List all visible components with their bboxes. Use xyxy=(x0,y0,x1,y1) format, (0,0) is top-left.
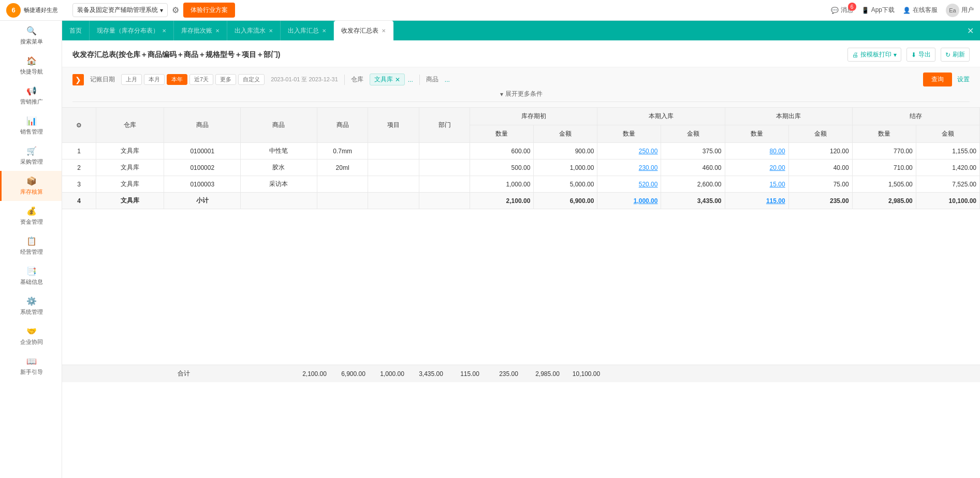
row2-project xyxy=(368,160,419,176)
column-settings-icon[interactable]: ⚙ xyxy=(76,122,82,129)
tab-batch-label: 库存批次账 xyxy=(181,26,212,35)
content-area: 首页 现存量（库存分布表） ✕ 库存批次账 ✕ 出入库流水 ✕ 出入库汇总 ✕ … xyxy=(62,21,980,478)
tab-batch[interactable]: 库存批次账 ✕ xyxy=(174,21,227,40)
system-selector[interactable]: 装备及固定资产辅助管理系统 ▾ xyxy=(72,3,168,17)
purchase-icon: 🛒 xyxy=(26,146,37,156)
goods-label: 商品 xyxy=(426,75,438,84)
online-service-item[interactable]: 👤 在线客服 xyxy=(903,6,938,15)
sidebar-item-marketing[interactable]: 📢 营销推广 xyxy=(0,81,62,111)
sidebar-label-guide: 新手引导 xyxy=(20,368,43,376)
settings-link[interactable]: 设置 xyxy=(957,75,970,84)
date-btn-more[interactable]: 更多 xyxy=(215,74,236,85)
sidebar-item-guide[interactable]: 📖 新手引导 xyxy=(0,351,62,381)
top-bar-right: 💬 消息 6 📱 App下载 👤 在线客服 Ea 用户 xyxy=(831,4,974,17)
tab-stock-dist-close[interactable]: ✕ xyxy=(162,28,166,34)
tab-home[interactable]: 首页 xyxy=(62,21,90,40)
tab-inout-flow[interactable]: 出入库流水 ✕ xyxy=(227,21,281,40)
user-item[interactable]: Ea 用户 xyxy=(946,4,974,17)
filter-separator-1 xyxy=(344,75,345,85)
row2-in-qty[interactable]: 230.00 xyxy=(597,160,661,176)
th-warehouse: 仓库 xyxy=(96,108,164,143)
settings-gear-icon[interactable]: ⚙ xyxy=(172,5,179,15)
sidebar-label-inventory: 库存核算 xyxy=(20,188,43,196)
total-in-amt: 3,435.00 xyxy=(412,370,450,378)
tab-inout-summary-close[interactable]: ✕ xyxy=(322,28,326,34)
sidebar-item-basic-info[interactable]: 📑 基础信息 xyxy=(0,261,62,291)
sidebar-item-sales[interactable]: 📊 销售管理 xyxy=(0,111,62,141)
row2-spec: 20ml xyxy=(317,160,368,176)
search-icon: 🔍 xyxy=(26,26,37,36)
finance-icon: 💰 xyxy=(26,206,37,216)
row1-out-qty[interactable]: 80.00 xyxy=(725,143,788,160)
date-btn-custom[interactable]: 自定义 xyxy=(238,74,265,85)
expand-arrow-icon: ▾ xyxy=(500,91,503,98)
tab-inout-flow-close[interactable]: ✕ xyxy=(269,28,273,34)
print-button[interactable]: 🖨 按模板打印 ▾ xyxy=(847,48,901,62)
marketing-icon: 📢 xyxy=(26,86,37,96)
row3-out-qty[interactable]: 15.00 xyxy=(725,176,788,193)
tab-receive-send-label: 收发存汇总表 xyxy=(341,26,378,35)
tab-batch-close[interactable]: ✕ xyxy=(215,28,220,34)
sidebar: 🔍 搜索菜单 🏠 快捷导航 📢 营销推广 📊 销售管理 🛒 采购管理 📦 库存核… xyxy=(0,21,62,478)
row2-bal-amt: 1,420.00 xyxy=(916,160,979,176)
sidebar-item-corp-collab[interactable]: 🤝 企业协同 xyxy=(0,321,62,351)
message-item[interactable]: 💬 消息 6 xyxy=(831,6,853,15)
subtotal-row: 4 文具库 小计 2,100.00 6,900.00 1,000.00 3,43… xyxy=(62,193,980,209)
sidebar-item-search[interactable]: 🔍 搜索菜单 xyxy=(0,21,62,51)
row2-dept xyxy=(419,160,470,176)
experience-button[interactable]: 体验行业方案 xyxy=(183,3,235,18)
sidebar-label-operations: 经营管理 xyxy=(20,248,43,256)
refresh-button[interactable]: ↻ 刷新 xyxy=(941,48,970,62)
subtotal-in-qty[interactable]: 1,000.00 xyxy=(597,193,661,209)
goods-more[interactable]: ... xyxy=(445,76,450,83)
corp-icon: 🤝 xyxy=(26,326,37,336)
date-btn-7days[interactable]: 近7天 xyxy=(189,74,213,85)
refresh-icon: ↻ xyxy=(945,51,950,59)
filter-expand-icon[interactable]: ❯ xyxy=(72,74,84,85)
row3-in-qty[interactable]: 520.00 xyxy=(597,176,661,193)
row3-code: 0100003 xyxy=(164,176,241,193)
top-bar: 6 畅捷通好生意 装备及固定资产辅助管理系统 ▾ ⚙ 体验行业方案 💬 消息 6… xyxy=(0,0,980,21)
operations-icon: 📋 xyxy=(26,236,37,246)
tab-receive-send-summary[interactable]: 收发存汇总表 ✕ xyxy=(334,21,393,40)
app-download-item[interactable]: 📱 App下载 xyxy=(861,6,895,15)
row1-bal-qty: 770.00 xyxy=(852,143,916,160)
page-content: 收发存汇总表(按仓库＋商品编码＋商品＋规格型号＋项目＋部门) 🖨 按模板打印 ▾… xyxy=(62,40,980,478)
expand-label: 展开更多条件 xyxy=(505,90,543,98)
export-button[interactable]: ⬇ 导出 xyxy=(906,48,935,62)
expand-conditions-button[interactable]: ▾ 展开更多条件 xyxy=(500,90,543,98)
total-bal-qty: 2,985.00 xyxy=(528,370,567,378)
query-button[interactable]: 查询 xyxy=(923,73,952,86)
row1-in-qty[interactable]: 250.00 xyxy=(597,143,661,160)
date-btn-this-year[interactable]: 本年 xyxy=(167,74,187,85)
message-badge: 6 xyxy=(848,3,856,11)
table-footer: 合计 2,100.00 6,900.00 1,000.00 3,435.00 1… xyxy=(62,365,980,382)
sidebar-item-system[interactable]: ⚙️ 系统管理 xyxy=(0,291,62,321)
subtotal-out-qty[interactable]: 115.00 xyxy=(725,193,788,209)
warehouse-tag-close[interactable]: ✕ xyxy=(395,76,400,83)
tab-bar-close-button[interactable]: ✕ xyxy=(961,21,980,40)
row1-open-qty: 600.00 xyxy=(470,143,534,160)
tab-inout-summary[interactable]: 出入库汇总 ✕ xyxy=(281,21,334,40)
sidebar-item-purchase[interactable]: 🛒 采购管理 xyxy=(0,141,62,171)
warehouse-more[interactable]: ... xyxy=(408,76,413,83)
sidebar-label-basic-info: 基础信息 xyxy=(20,278,43,286)
tab-receive-send-close[interactable]: ✕ xyxy=(382,28,386,34)
tab-home-label: 首页 xyxy=(69,26,82,35)
date-btn-this-month[interactable]: 本月 xyxy=(144,74,165,85)
sidebar-item-quick-nav[interactable]: 🏠 快捷导航 xyxy=(0,51,62,81)
th-in-group: 本期入库 xyxy=(597,108,725,125)
sidebar-item-inventory[interactable]: 📦 库存核算 xyxy=(0,171,62,201)
date-btn-last-month[interactable]: 上月 xyxy=(121,74,142,85)
tab-stock-dist[interactable]: 现存量（库存分布表） ✕ xyxy=(90,21,174,40)
basic-info-icon: 📑 xyxy=(26,266,37,276)
subtotal-label: 小计 xyxy=(164,193,241,209)
sidebar-item-operations[interactable]: 📋 经营管理 xyxy=(0,231,62,261)
row2-out-qty[interactable]: 20.00 xyxy=(725,160,788,176)
print-label: 按模板打印 xyxy=(860,50,891,59)
th-project: 项目 xyxy=(368,108,419,143)
warehouse-tag[interactable]: 文具库 ✕ xyxy=(370,74,405,85)
row2-in-amt: 460.00 xyxy=(661,160,725,176)
sidebar-item-finance[interactable]: 💰 资金管理 xyxy=(0,201,62,231)
system-title: 装备及固定资产辅助管理系统 xyxy=(77,6,158,15)
